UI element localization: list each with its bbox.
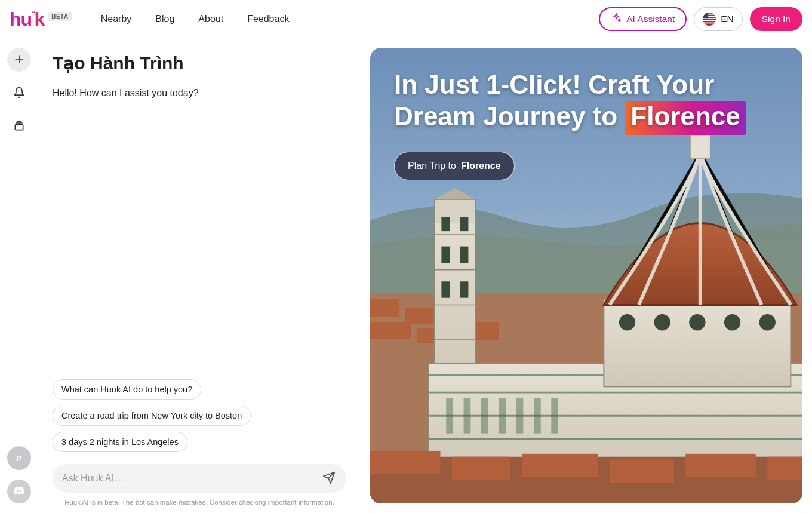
plan-trip-prefix: Plan Trip to [408, 161, 456, 171]
discord-button[interactable] [7, 480, 31, 503]
assistant-greeting: Hello! How can I assist you today? [53, 88, 346, 99]
chat-input-row [53, 464, 346, 493]
svg-rect-60 [767, 457, 802, 480]
plus-icon [13, 53, 25, 67]
svg-rect-39 [464, 398, 471, 434]
page-title: Tạo Hành Trình [53, 53, 346, 73]
hero-highlight: Florence [625, 101, 746, 135]
svg-rect-59 [685, 454, 755, 477]
chat-input[interactable] [61, 472, 320, 484]
suggestion-chip[interactable]: 3 days 2 nights in Los Angeles [53, 432, 187, 452]
stack-icon [13, 120, 25, 134]
svg-rect-20 [435, 199, 475, 386]
profile-initial: P [16, 454, 21, 463]
plan-trip-destination: Florence [461, 161, 501, 171]
bell-icon [13, 87, 25, 100]
ai-assistant-label: AI Assistant [626, 14, 675, 24]
discord-icon [13, 485, 25, 499]
svg-rect-21 [435, 199, 475, 223]
flag-us-icon [703, 13, 716, 26]
svg-point-47 [654, 314, 670, 330]
hero-card: In Just 1-Click! Craft Your Dream Journe… [370, 48, 802, 503]
header: hu¨k BETA Nearby Blog About Feedback AI … [0, 0, 812, 38]
suggestion-chip[interactable]: Create a road trip from New York city to… [53, 406, 251, 426]
side-rail: P [0, 38, 38, 513]
svg-rect-30 [460, 247, 469, 263]
svg-rect-58 [610, 460, 674, 483]
svg-rect-31 [441, 281, 450, 297]
svg-rect-42 [516, 398, 524, 434]
nav-about[interactable]: About [198, 14, 223, 24]
suggestion-chips: What can Huuk AI do to help you? Create … [53, 379, 346, 452]
collections-button[interactable] [7, 115, 31, 139]
nav-feedback[interactable]: Feedback [247, 14, 289, 24]
hero-content: In Just 1-Click! Craft Your Dream Journe… [370, 48, 802, 202]
language-switch[interactable]: EN [694, 7, 743, 31]
svg-rect-55 [370, 451, 440, 474]
svg-rect-15 [405, 308, 435, 324]
language-label: EN [721, 14, 734, 24]
notifications-button[interactable] [7, 81, 31, 105]
svg-rect-41 [499, 398, 506, 434]
nav-blog[interactable]: Blog [155, 14, 174, 24]
svg-rect-43 [534, 398, 541, 434]
svg-point-50 [759, 314, 776, 330]
svg-rect-28 [460, 217, 469, 231]
svg-point-46 [619, 314, 635, 330]
nav-nearby[interactable]: Nearby [101, 14, 132, 24]
ai-assistant-button[interactable]: AI Assistant [599, 7, 687, 31]
add-button[interactable] [7, 48, 31, 72]
svg-rect-14 [370, 299, 399, 317]
svg-rect-5 [703, 22, 716, 23]
svg-rect-17 [370, 322, 411, 339]
svg-rect-56 [452, 457, 510, 480]
hero-pane: In Just 1-Click! Craft Your Dream Journe… [361, 38, 812, 513]
svg-point-49 [724, 314, 740, 330]
svg-rect-4 [703, 20, 716, 21]
svg-rect-27 [441, 217, 450, 231]
svg-rect-6 [703, 13, 708, 18]
sparkle-icon [611, 13, 622, 26]
svg-rect-44 [551, 398, 558, 434]
svg-point-48 [689, 314, 705, 330]
svg-rect-40 [481, 398, 488, 434]
chat-pane: Tạo Hành Trình Hello! How can I assist y… [38, 38, 361, 513]
header-actions: AI Assistant EN Sign In [599, 7, 802, 31]
plan-trip-button[interactable]: Plan Trip to Florence [394, 152, 515, 180]
svg-rect-45 [604, 299, 791, 387]
profile-button[interactable]: P [7, 446, 31, 470]
svg-rect-29 [441, 247, 450, 263]
beta-badge: BETA [48, 12, 72, 21]
svg-rect-3 [703, 18, 716, 19]
disclaimer-text: Huuk AI is in beta. The bot can make mis… [53, 499, 346, 506]
app-shell: P Tạo Hành Trình Hello! How can I assist… [0, 38, 812, 513]
svg-rect-38 [446, 398, 453, 434]
send-icon [322, 477, 336, 486]
svg-rect-9 [15, 124, 23, 130]
logo-text: hu¨k [10, 10, 44, 29]
suggestion-chip[interactable]: What can Huuk AI do to help you? [53, 379, 201, 400]
primary-nav: Nearby Blog About Feedback [101, 14, 290, 24]
sign-in-button[interactable]: Sign In [750, 7, 802, 31]
svg-rect-57 [522, 454, 598, 477]
hero-headline: In Just 1-Click! Craft Your Dream Journe… [394, 69, 776, 135]
send-button[interactable] [320, 471, 338, 486]
svg-rect-32 [460, 281, 469, 297]
logo[interactable]: hu¨k BETA [10, 10, 72, 29]
